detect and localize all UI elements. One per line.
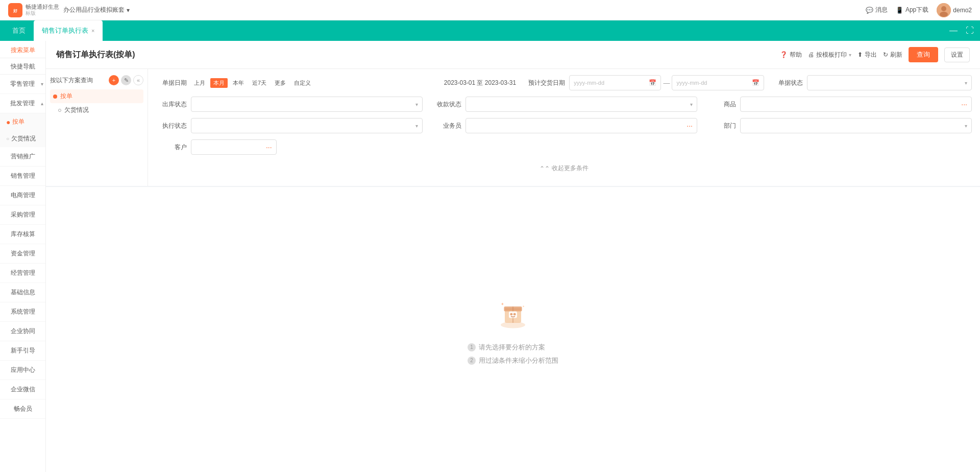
avatar <box>937 3 951 17</box>
sidebar-item-inventory[interactable]: 库存核算 <box>0 225 45 244</box>
sidebar-sub-item-order[interactable]: ● 按单 <box>0 113 45 130</box>
filter-left: 按以下方案查询 + ✎ « 按单 欠货情况 <box>46 69 148 186</box>
page-header: 销售订单执行表(按单) ❓ 帮助 🖨 按模板打印 ▾ ⬆ 导出 ↻ <box>46 41 980 69</box>
sidebar-item-guide[interactable]: 新手引导 <box>0 341 45 361</box>
date-separator: — <box>663 79 670 87</box>
filter-plan-item-order[interactable]: 按单 <box>50 89 143 103</box>
svg-point-15 <box>513 313 516 315</box>
tab-home[interactable]: 首页 <box>4 20 34 41</box>
delivery-status-select[interactable]: ▾ <box>191 97 423 112</box>
sidebar-item-finance[interactable]: 资金管理 <box>0 244 45 264</box>
sidebar-search[interactable]: 搜索菜单 <box>0 41 45 58</box>
print-icon: 🖨 <box>808 51 814 58</box>
edit-plan-button[interactable]: ✎ <box>121 75 131 85</box>
date-tab-7days[interactable]: 近7天 <box>249 78 270 88</box>
filter-plan-sub-item-shortage[interactable]: 欠货情况 <box>50 103 143 117</box>
date-tab-more[interactable]: 更多 <box>272 78 289 88</box>
collapse-more-button[interactable]: ⌃⌃ 收起更多条件 <box>156 161 972 176</box>
help-button[interactable]: ❓ 帮助 <box>780 51 802 59</box>
sidebar-item-app-center[interactable]: 应用中心 <box>0 361 45 380</box>
maximize-icon[interactable]: ⛶ <box>964 24 976 37</box>
add-plan-button[interactable]: + <box>109 75 119 85</box>
payment-status-label: 收款状态 <box>431 100 461 109</box>
sidebar-item-system[interactable]: 系统管理 <box>0 302 45 322</box>
print-arrow-icon: ▾ <box>849 52 851 58</box>
chevron-down-icon: ▾ <box>127 7 130 14</box>
minimize-icon[interactable]: — <box>947 24 960 37</box>
sidebar-item-marketing[interactable]: 营销推广 <box>0 147 45 167</box>
sidebar-item-purchase[interactable]: 采购管理 <box>0 205 45 225</box>
salesperson-ellipsis-icon[interactable]: ··· <box>687 122 693 130</box>
status-label: 单据状态 <box>772 79 803 87</box>
sidebar-sub-menu: ● 按单 ○ 欠货情况 <box>0 113 45 147</box>
sidebar-quick-nav[interactable]: 快捷导航 <box>0 58 45 75</box>
goods-ellipsis-icon[interactable]: ··· <box>961 100 967 108</box>
salesperson-select[interactable]: ··· <box>465 118 697 133</box>
payment-select-arrow: ▾ <box>690 102 693 107</box>
tab-sales-order[interactable]: 销售订单执行表 × <box>34 20 103 41</box>
empty-illustration: ✦ ✦ ✦ <box>493 294 533 337</box>
app-selector[interactable]: 办公用品行业模拟账套 ▾ <box>63 6 130 14</box>
empty-tip-2: 2 用过滤条件来缩小分析范围 <box>468 356 558 365</box>
sidebar-item-retail[interactable]: 零售管理 ▾ <box>0 75 45 94</box>
print-button[interactable]: 🖨 按模板打印 ▾ <box>808 51 851 59</box>
sidebar-sub-item-shortage[interactable]: ○ 欠货情况 <box>0 130 45 147</box>
sidebar-item-ecommerce[interactable]: 电商管理 <box>0 186 45 205</box>
filter-row-3: 执行状态 ▾ 业务员 ··· 部门 <box>156 118 972 133</box>
dept-select[interactable]: ▾ <box>740 118 972 133</box>
sidebar-item-sales[interactable]: 销售管理 <box>0 167 45 186</box>
sidebar-item-operations[interactable]: 经营管理 <box>0 264 45 283</box>
collapse-filter-button[interactable]: « <box>133 75 143 85</box>
customer-ellipsis-icon[interactable]: ··· <box>266 143 272 151</box>
sidebar-item-wholesale[interactable]: 批发管理 ▴ <box>0 94 45 113</box>
exec-select-arrow: ▾ <box>415 123 418 129</box>
predict-date-group: yyyy-mm-dd 📅 — yyyy-mm-dd 📅 <box>569 75 764 90</box>
page-title: 销售订单执行表(按单) <box>56 50 135 66</box>
date-tab-last-month[interactable]: 上月 <box>191 78 208 88</box>
delivery-select-arrow: ▾ <box>415 102 418 107</box>
date-tab-this-month[interactable]: 本月 <box>210 78 228 88</box>
query-button[interactable]: 查询 <box>909 47 938 62</box>
sidebar-item-member[interactable]: 畅会员 <box>0 399 45 419</box>
sidebar: 搜索菜单 快捷导航 零售管理 ▾ 批发管理 ▴ ● 按单 ○ 欠货情况 <box>0 41 46 472</box>
header-right: 💬 消息 📱 App下载 demo2 <box>866 3 972 17</box>
filter-group-salesperson: 业务员 ··· <box>431 118 697 133</box>
header-left: 好 畅捷通好生意 标版 办公用品行业模拟账套 ▾ <box>8 3 130 17</box>
sidebar-item-collaboration[interactable]: 企业协同 <box>0 322 45 341</box>
filter-row-4: 客户 ··· <box>156 139 972 155</box>
predict-date-start[interactable]: yyyy-mm-dd 📅 <box>569 75 661 90</box>
message-button[interactable]: 💬 消息 <box>866 6 888 14</box>
goods-select[interactable]: ··· <box>740 97 972 112</box>
tip-num-1: 1 <box>468 343 476 351</box>
logo-text: 畅捷通好生意 标版 <box>26 4 59 16</box>
app-download-button[interactable]: 📱 App下载 <box>896 6 928 14</box>
logo-icon: 好 <box>8 3 22 17</box>
collapse-up-icon: ⌃⌃ <box>540 165 550 172</box>
date-tab-this-year[interactable]: 本年 <box>230 78 247 88</box>
top-header: 好 畅捷通好生意 标版 办公用品行业模拟账套 ▾ 💬 消息 📱 App下载 de… <box>0 0 980 20</box>
settings-button[interactable]: 设置 <box>944 48 970 62</box>
download-icon: 📱 <box>896 7 903 14</box>
sidebar-item-wechat[interactable]: 企业微信 <box>0 380 45 399</box>
status-select[interactable]: ▾ <box>807 75 972 90</box>
refresh-button[interactable]: ↻ 刷新 <box>883 51 902 59</box>
filter-right: 单据日期 上月 本月 本年 近7天 更多 自定义 <box>148 69 980 186</box>
filter-group-customer: 客户 ··· <box>156 139 277 155</box>
goods-label: 商品 <box>705 100 736 109</box>
logo-area: 好 畅捷通好生意 标版 <box>8 3 59 17</box>
collapse-more-area: ⌃⌃ 收起更多条件 <box>156 161 972 176</box>
export-button[interactable]: ⬆ 导出 <box>857 51 877 59</box>
sidebar-item-basic-info[interactable]: 基础信息 <box>0 283 45 302</box>
exec-status-select[interactable]: ▾ <box>191 118 423 133</box>
tab-close-icon[interactable]: × <box>91 28 94 34</box>
refresh-icon: ↻ <box>883 51 888 58</box>
payment-status-select[interactable]: ▾ <box>465 97 697 112</box>
svg-text:好: 好 <box>13 9 18 13</box>
plan-active-dot <box>53 95 57 99</box>
empty-tip-1: 1 请先选择要分析的方案 <box>468 343 558 352</box>
date-tab-custom[interactable]: 自定义 <box>291 78 314 88</box>
user-area[interactable]: demo2 <box>937 3 972 17</box>
customer-select[interactable]: ··· <box>191 139 277 155</box>
predict-date-end[interactable]: yyyy-mm-dd 📅 <box>672 75 764 90</box>
filter-left-header: 按以下方案查询 + ✎ « <box>50 75 143 85</box>
